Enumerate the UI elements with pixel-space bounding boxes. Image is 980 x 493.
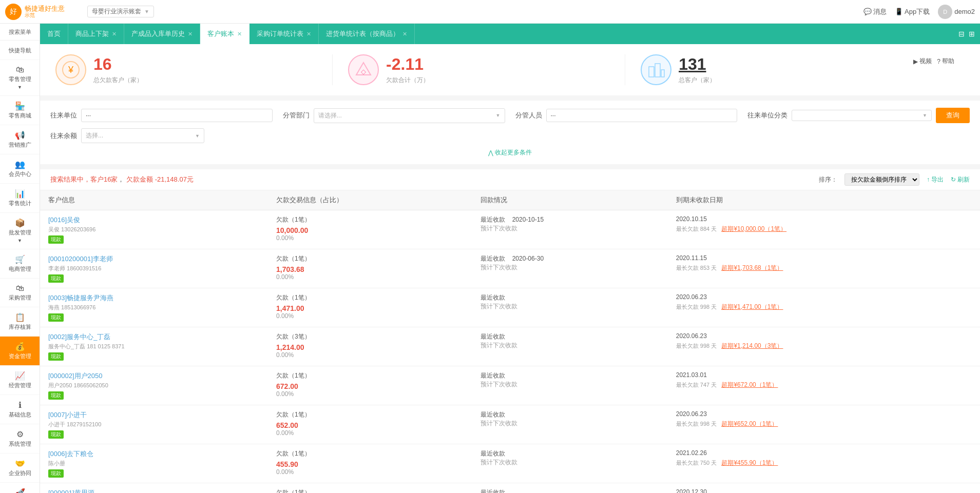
user-profile[interactable]: D demo2 bbox=[938, 5, 975, 19]
sidebar-item-system[interactable]: ⚙ 系统管理 bbox=[0, 424, 40, 453]
overdue-amount-link-4[interactable]: 超期¥672.00（1笔） bbox=[721, 381, 778, 388]
tab-purchase-history[interactable]: 产成品入库单历史 ✕ bbox=[124, 24, 200, 44]
logo-text: 畅捷通好生意 bbox=[25, 5, 65, 13]
filter-row-1: 往来单位 ··· 分管部门 请选择... ▼ bbox=[50, 108, 970, 123]
manager-input[interactable]: ··· bbox=[546, 109, 738, 122]
debt-amount-info: 欠款金额 -21,148.07元 bbox=[126, 175, 194, 183]
sidebar-item-wholesale[interactable]: 📦 批发管理 ▼ bbox=[0, 213, 40, 249]
customer-name-link-1[interactable]: [00010200001]李老师 bbox=[48, 255, 113, 263]
tab-home[interactable]: 首页 bbox=[40, 24, 68, 44]
sidebar-item-operations[interactable]: 📈 经营管理 bbox=[0, 366, 40, 395]
stat-text-debt-amount: -2.11 欠款合计（万） bbox=[386, 55, 429, 85]
tab-inbound-stats[interactable]: 进货单统计表（按商品） ✕ bbox=[319, 24, 415, 44]
tab-close-customer-account[interactable]: ✕ bbox=[237, 31, 242, 37]
export-icon: ↑ bbox=[927, 176, 930, 183]
message-link[interactable]: 💬 消息 bbox=[863, 7, 887, 16]
cell-customer-5: [0007]小进干 小进干 18279152100 现款 bbox=[40, 405, 268, 444]
refresh-button[interactable]: ↻ 刷新 bbox=[951, 175, 970, 184]
main-layout: 搜索菜单 快捷导航 🛍 零售管理 ▼ 🏪 零售商城 📢 营销推广 👥 会员中心 bbox=[0, 24, 980, 493]
guide-icon: 🚀 bbox=[0, 488, 40, 493]
results-actions: 排序： 按欠款金额倒序排序 ↑ 导出 ↻ 刷新 bbox=[819, 173, 970, 186]
sort-select[interactable]: 按欠款金额倒序排序 bbox=[844, 173, 919, 186]
sidebar-search[interactable]: 搜索菜单 bbox=[0, 24, 40, 41]
video-icon: ▶ bbox=[913, 58, 918, 65]
cell-debt-1: 欠款（1笔） 1,703.68 0.00% bbox=[268, 249, 472, 288]
retail-mall-label: 零售商城 bbox=[0, 112, 40, 120]
tab-close-inbound-stats[interactable]: ✕ bbox=[402, 31, 407, 37]
overdue-amount-link-1[interactable]: 超期¥1,703.68（1笔） bbox=[721, 264, 783, 271]
overdue-amount-link-0[interactable]: 超期¥10,000.00（1笔） bbox=[721, 225, 786, 232]
sidebar-item-finance[interactable]: 💰 资金管理 bbox=[0, 337, 40, 366]
tab-product-shelf[interactable]: 商品上下架 ✕ bbox=[68, 24, 124, 44]
sidebar-item-collab[interactable]: 🤝 企业协同 bbox=[0, 453, 40, 483]
stat-value-debt-amount: -2.11 bbox=[386, 55, 429, 74]
overdue-amount-link-5[interactable]: 超期¥652.00（1笔） bbox=[721, 420, 778, 427]
sidebar-item-inventory[interactable]: 📋 库存核算 bbox=[0, 307, 40, 337]
sidebar-item-member[interactable]: 👥 会员中心 bbox=[0, 154, 40, 184]
video-link[interactable]: ▶ 视频 bbox=[913, 57, 932, 66]
app-download-link[interactable]: 📱 App下载 bbox=[895, 7, 930, 16]
minimize-icon[interactable]: ⊟ bbox=[958, 30, 965, 38]
customer-name-link-0[interactable]: [0016]吴俊 bbox=[48, 216, 80, 224]
cell-debt-3: 欠款（3笔） 1,214.00 0.00% bbox=[268, 327, 472, 366]
due-date-0: 2020.10.15 bbox=[676, 215, 972, 223]
customer-name-link-2[interactable]: [0003]畅捷服务尹海燕 bbox=[48, 294, 113, 302]
svg-rect-6 bbox=[661, 70, 664, 77]
balance-label: 往来余额 bbox=[50, 131, 77, 141]
customer-name-link-7[interactable]: [000001]黄思源 bbox=[48, 489, 94, 493]
customer-name-link-4[interactable]: [000002]用户2050 bbox=[48, 372, 103, 380]
stat-text-total-customers: 131 总客户（家） bbox=[679, 55, 716, 85]
inventory-label: 库存核算 bbox=[0, 323, 40, 331]
overdue-amount-link-3[interactable]: 超期¥1,214.00（3笔） bbox=[721, 342, 783, 349]
tab-close-product-shelf[interactable]: ✕ bbox=[112, 31, 117, 37]
svg-text:◇: ◇ bbox=[361, 68, 366, 75]
wholesale-arrow: ▼ bbox=[17, 238, 22, 243]
tab-close-purchase-history[interactable]: ✕ bbox=[188, 31, 193, 37]
customer-name-link-5[interactable]: [0007]小进干 bbox=[48, 411, 87, 419]
cell-customer-1: [00010200001]李老师 李老师 18600391516 现款 bbox=[40, 249, 268, 288]
refresh-icon: ↻ bbox=[951, 176, 956, 183]
recent-label-3: 最近收款 bbox=[481, 332, 659, 341]
balance-select[interactable]: 选择... ▼ bbox=[81, 128, 204, 143]
overdue-amount-link-6[interactable]: 超期¥455.90（1笔） bbox=[721, 459, 778, 466]
debt-label-3: 欠款（3笔） bbox=[276, 332, 464, 341]
cell-due-date-6: 2021.02.26 最长欠款 750 天 超期¥455.90（1笔） bbox=[668, 444, 980, 483]
dept-select[interactable]: 请选择... ▼ bbox=[314, 108, 505, 123]
debt-label-0: 欠款（1笔） bbox=[276, 215, 464, 224]
sidebar-item-retail-mall[interactable]: 🏪 零售商城 bbox=[0, 96, 40, 125]
tab-bar: 首页 商品上下架 ✕ 产成品入库单历史 ✕ 客户账本 ✕ 采购订单统计表 ✕ bbox=[40, 24, 980, 44]
collapse-button[interactable]: ⋀ 收起更多条件 bbox=[488, 148, 532, 157]
sidebar-item-ecommerce[interactable]: 🛒 电商管理 bbox=[0, 249, 40, 279]
customer-name-link-3[interactable]: [0002]服务中心_丁磊 bbox=[48, 333, 110, 341]
customer-tag-6: 现款 bbox=[48, 469, 64, 478]
sidebar-item-guide[interactable]: 🚀 新手引导 bbox=[0, 483, 40, 493]
help-link[interactable]: ? 帮助 bbox=[937, 57, 954, 66]
overdue-amount-link-2[interactable]: 超期¥1,471.00（1笔） bbox=[721, 303, 783, 310]
category-label: 往来单位分类 bbox=[747, 111, 787, 120]
company-select[interactable]: 母婴行业演示账套 ▼ bbox=[87, 6, 154, 17]
system-label: 系统管理 bbox=[0, 440, 40, 448]
customer-tag-0: 现款 bbox=[48, 235, 64, 244]
category-select[interactable]: ▼ bbox=[792, 110, 932, 121]
sidebar-item-quick-nav[interactable]: 快捷导航 bbox=[0, 41, 40, 60]
search-button[interactable]: 查询 bbox=[936, 108, 970, 123]
sidebar-item-retail-mgmt[interactable]: 🛍 零售管理 ▼ bbox=[0, 60, 40, 96]
cell-repayment-3: 最近收款 预计下次收款 bbox=[472, 327, 667, 366]
tab-customer-account[interactable]: 客户账本 ✕ bbox=[200, 24, 249, 44]
table-row: [00010200001]李老师 李老师 18600391516 现款 欠款（1… bbox=[40, 249, 980, 288]
sidebar: 搜索菜单 快捷导航 🛍 零售管理 ▼ 🏪 零售商城 📢 营销推广 👥 会员中心 bbox=[0, 24, 40, 493]
table-row: [0006]去下粮仓 陈小册 现款 欠款（1笔） 455.90 0.00% 最近… bbox=[40, 444, 980, 483]
customer-name-link-6[interactable]: [0006]去下粮仓 bbox=[48, 450, 93, 458]
export-button[interactable]: ↑ 导出 bbox=[927, 175, 944, 184]
sidebar-item-purchase[interactable]: 🛍 采购管理 bbox=[0, 279, 40, 307]
maximize-icon[interactable]: ⊞ bbox=[969, 30, 975, 38]
sidebar-item-retail-stats[interactable]: 📊 零售统计 bbox=[0, 184, 40, 213]
tab-purchase-stats[interactable]: 采购订单统计表 ✕ bbox=[249, 24, 319, 44]
operations-label: 经营管理 bbox=[0, 382, 40, 389]
customer-phone-1: 李老师 18600391516 bbox=[48, 265, 260, 272]
sidebar-item-marketing[interactable]: 📢 营销推广 bbox=[0, 125, 40, 154]
customer-tag-1: 现款 bbox=[48, 274, 64, 283]
source-unit-input[interactable]: ··· bbox=[81, 109, 273, 122]
sidebar-item-basic-info[interactable]: ℹ 基础信息 bbox=[0, 395, 40, 424]
tab-close-purchase-stats[interactable]: ✕ bbox=[306, 31, 311, 37]
